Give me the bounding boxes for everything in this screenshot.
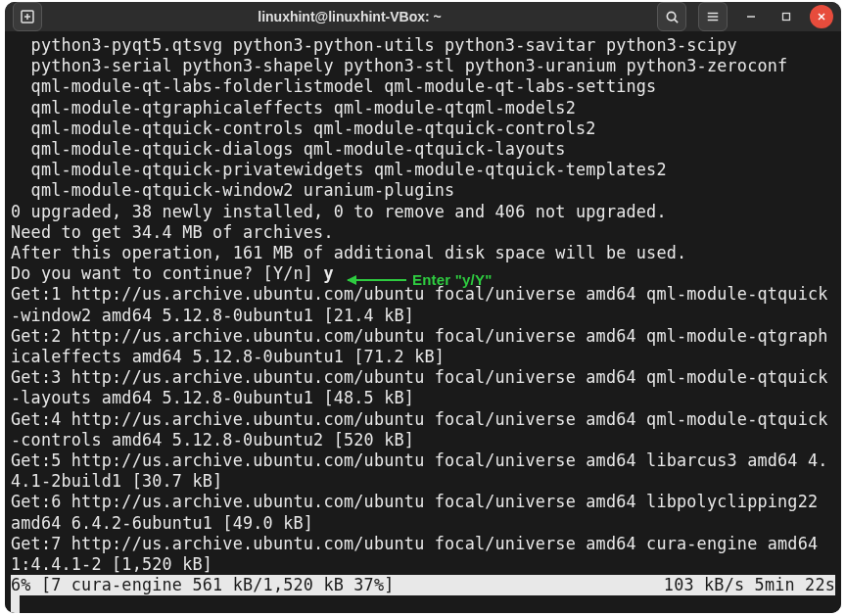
upgrade-summary: 0 upgraded, 38 newly installed, 0 to rem…: [11, 202, 667, 221]
annotation-overlay: Enter "y/Y": [348, 269, 492, 290]
progress-left: 6% [7 cura-engine 561 kB/1,520 kB 37%]: [11, 575, 395, 595]
svg-rect-9: [783, 14, 790, 21]
package-list-line: qml-module-qtgraphicaleffects qml-module…: [11, 98, 576, 118]
terminal-output[interactable]: python3-pyqt5.qtsvg python3-python-utils…: [5, 31, 841, 613]
package-list-line: python3-serial python3-shapely python3-s…: [11, 56, 787, 75]
download-line: Get:2 http://us.archive.ubuntu.com/ubunt…: [11, 326, 828, 366]
download-size: Need to get 34.4 MB of archives.: [11, 222, 334, 242]
progress-right: 103 kB/s 5min 22s: [664, 575, 835, 595]
window-title: linuxhint@linuxhint-VBox: ~: [258, 9, 441, 24]
svg-point-3: [667, 12, 675, 20]
svg-line-4: [674, 19, 677, 22]
titlebar: linuxhint@linuxhint-VBox: ~: [5, 2, 841, 31]
package-list-line: python3-pyqt5.qtsvg python3-python-utils…: [11, 35, 737, 55]
cursor: [11, 595, 20, 613]
continue-prompt: Do you want to continue? [Y/n]: [11, 263, 323, 283]
download-line: Get:4 http://us.archive.ubuntu.com/ubunt…: [11, 409, 828, 450]
search-button[interactable]: [657, 2, 686, 31]
terminal-window: linuxhint@linuxhint-VBox: ~: [5, 2, 841, 613]
progress-status: 6% [7 cura-engine 561 kB/1,520 kB 37%] 1…: [11, 575, 835, 595]
package-list-line: qml-module-qtquick-privatewidgets qml-mo…: [11, 160, 667, 179]
download-line: Get:5 http://us.archive.ubuntu.com/ubunt…: [11, 450, 828, 491]
new-tab-button[interactable]: [13, 2, 42, 31]
download-line: Get:6 http://us.archive.ubuntu.com/ubunt…: [11, 492, 828, 532]
maximize-button[interactable]: [775, 5, 798, 28]
download-line: Get:3 http://us.archive.ubuntu.com/ubunt…: [11, 367, 828, 407]
annotation-text: Enter "y/Y": [412, 269, 492, 290]
package-list-line: qml-module-qtquick-dialogs qml-module-qt…: [11, 139, 566, 159]
minimize-button[interactable]: [739, 5, 763, 28]
download-line: Get:1 http://us.archive.ubuntu.com/ubunt…: [11, 284, 828, 324]
download-line: Get:7 http://us.archive.ubuntu.com/ubunt…: [11, 534, 828, 574]
menu-button[interactable]: [698, 2, 728, 31]
arrow-icon: [348, 279, 406, 281]
package-list-line: qml-module-qt-labs-folderlistmodel qml-m…: [11, 76, 656, 96]
package-list-line: qml-module-qtquick-controls qml-module-q…: [11, 118, 596, 138]
package-list-line: qml-module-qtquick-window2 uranium-plugi…: [11, 180, 454, 200]
close-button[interactable]: [810, 5, 833, 28]
disk-usage: After this operation, 161 MB of addition…: [11, 243, 686, 262]
prompt-answer: y: [323, 263, 333, 283]
